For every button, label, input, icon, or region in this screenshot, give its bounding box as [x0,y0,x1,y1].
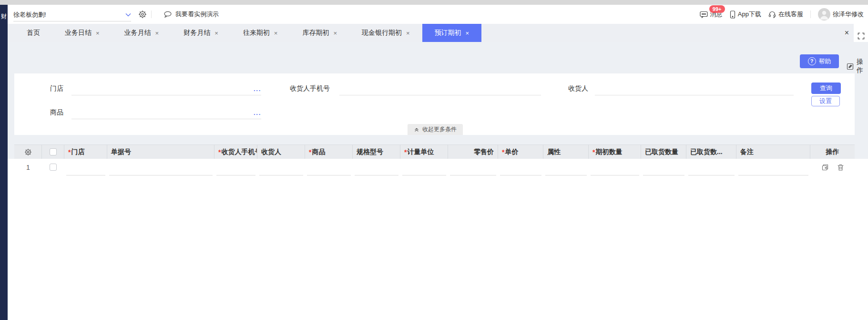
col-unit: *计量单位 [400,145,448,159]
col-store: *门店 [64,145,107,159]
col-unit-price: *单价 [498,145,543,159]
tab-business-monthly-close[interactable]: 业务月结 × [112,24,172,42]
cell-spec-model[interactable] [353,159,400,175]
store-field: 门店 ··· [50,83,261,95]
tab-close-icon[interactable]: × [466,30,470,36]
cell-remark[interactable] [736,159,810,175]
messages-button[interactable]: 消息 99+ [700,10,723,19]
col-spec-model: 规格型号 [353,145,400,159]
tab-label: 库存期初 [302,29,329,37]
collapse-filters-button[interactable]: 收起更多条件 [408,124,463,135]
message-icon [700,11,708,18]
tab-business-daily-close[interactable]: 业务日结 × [52,24,112,42]
cell-store[interactable] [64,159,107,175]
chevron-down-icon [125,13,131,17]
tab-ar-ap-opening[interactable]: 往来期初 × [231,24,290,42]
store-input[interactable] [71,83,261,94]
tab-label: 现金银行期初 [362,29,402,37]
tab-cash-bank-opening[interactable]: 现金银行期初 × [349,24,422,42]
col-label: 计量单位 [407,148,434,156]
gear-icon[interactable] [138,10,147,19]
user-menu[interactable]: 徐泽华修改 [818,8,864,21]
cell-document-no[interactable] [107,159,214,175]
window-top-edge [0,0,868,5]
tab-finance-monthly-close[interactable]: 财务月结 × [171,24,231,42]
product-label: 商品 [50,108,63,119]
product-input[interactable] [71,106,261,118]
main-content: ? 帮助 操作 门店 ··· 收货人手机号 收货人 [8,42,868,320]
app-download-label: App下载 [738,10,761,19]
tab-label: 业务日结 [65,29,92,37]
online-service-button[interactable]: 在线客服 [768,10,803,19]
cell-receiver-phone[interactable] [214,159,257,175]
tab-close-icon[interactable]: × [333,30,337,36]
tab-label: 预订期初 [435,29,461,37]
demo-link[interactable]: 我要看实例演示 [163,5,219,24]
cell-product[interactable] [305,159,353,175]
receiver-input[interactable] [595,83,794,94]
double-chevron-up-icon [414,127,419,133]
help-button[interactable]: ? 帮助 [800,54,839,68]
operate-button[interactable]: 操作 [847,58,868,75]
product-field: 商品 ··· [50,107,261,119]
cell-receiver[interactable] [257,159,305,175]
col-label: 收货人手机号 [221,148,257,156]
settings-button[interactable]: 设置 [811,96,840,106]
cell-unit-price[interactable] [498,159,543,175]
delete-row-icon[interactable] [837,164,844,171]
user-name: 徐泽华修改 [833,10,864,19]
cell-attribute[interactable] [543,159,589,175]
col-remark: 备注 [736,145,810,159]
tab-close-icon[interactable]: × [214,30,218,36]
grid-settings-cell [14,145,42,159]
cell-unit[interactable] [400,159,448,175]
col-label: 商品 [312,148,325,156]
cell-picked-qty[interactable] [641,159,686,175]
col-label: 已取货数量 [645,148,678,156]
query-button[interactable]: 查询 [811,83,841,94]
tab-inventory-opening[interactable]: 库存期初 × [290,24,349,42]
col-actions: 操作 [810,145,855,159]
messages-badge: 99+ [709,5,725,13]
col-label: 备注 [740,148,754,156]
tab-close-icon[interactable]: × [274,30,278,36]
cell-retail-price[interactable] [448,159,498,175]
close-all-tabs-icon[interactable]: × [845,24,849,42]
cell-picked-qty-2[interactable] [686,159,736,175]
required-mark: * [592,148,595,156]
tab-home[interactable]: 首页 [14,24,52,42]
store-more-icon[interactable]: ··· [254,87,261,93]
copy-row-icon[interactable] [821,164,829,171]
product-more-icon[interactable]: ··· [254,111,261,117]
side-strip[interactable]: 财 [0,5,8,320]
demo-label: 我要看实例演示 [175,10,219,19]
account-selector[interactable]: 徐老板勿删! [13,8,131,21]
row-seq: 1 [14,159,42,175]
table-header: *门店 单据号 *收货人手机号 收货人 *商品 规格型号 *计量单位 零售价 *… [14,145,855,159]
help-label: 帮助 [819,57,831,66]
avatar [818,8,830,21]
tab-label: 业务月结 [124,29,151,37]
cell-opening-qty[interactable] [589,159,641,175]
demo-bubble-icon [163,11,172,18]
topbar-divider [151,10,152,18]
select-all-checkbox[interactable] [50,148,57,155]
receiver-phone-input[interactable] [339,83,541,94]
required-mark: * [218,148,221,156]
topbar: 徐老板勿删! 我要看实例演示 消息 99+ [8,5,868,24]
required-mark: * [502,148,504,156]
row-checkbox[interactable] [50,164,57,171]
tab-close-icon[interactable]: × [155,30,159,36]
col-attribute: 属性 [543,145,589,159]
receiver-phone-label: 收货人手机号 [290,84,330,95]
tab-close-icon[interactable]: × [96,30,100,36]
edit-icon [847,63,854,70]
app-download-button[interactable]: App下载 [730,10,761,19]
receiver-label: 收货人 [568,84,588,95]
col-label: 零售价 [474,148,494,156]
tab-reservation-opening[interactable]: 预订期初 × [422,24,482,42]
filter-panel: 门店 ··· 收货人手机号 收货人 商品 ··· 查询 设置 [14,73,855,135]
gear-icon[interactable] [24,148,32,156]
receiver-phone-field: 收货人手机号 [290,83,541,95]
tab-close-icon[interactable]: × [406,30,410,36]
